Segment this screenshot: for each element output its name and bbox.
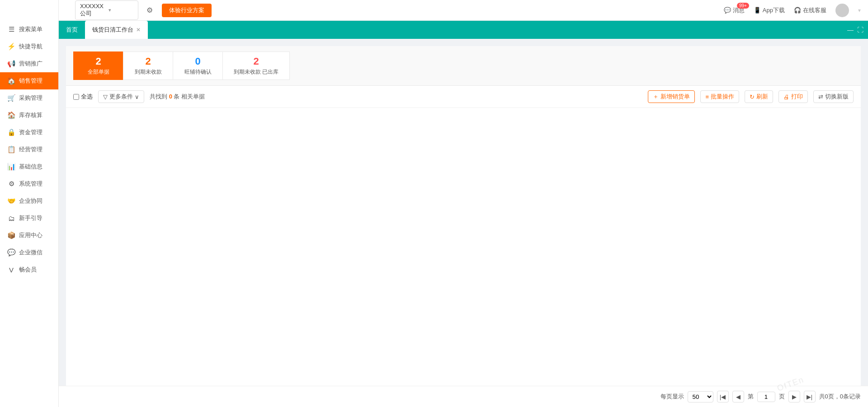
- prev-page-button[interactable]: ◀: [732, 391, 744, 402]
- stat-tab-wangwang[interactable]: 0 旺辅待确认: [173, 51, 222, 80]
- sidebar-item-guide[interactable]: 🗂 新手引导: [0, 210, 58, 227]
- trial-button[interactable]: 体验行业方案: [162, 4, 212, 17]
- sidebar-label: 资金管理: [19, 128, 42, 136]
- sidebar-item-app-center[interactable]: 📦 应用中心: [0, 227, 58, 244]
- minimize-icon[interactable]: —: [847, 26, 854, 33]
- refresh-icon: ↻: [750, 94, 755, 100]
- guide-icon: 🗂: [7, 215, 15, 222]
- add-sale-button[interactable]: ＋ 新增销货单: [648, 90, 695, 103]
- sidebar-item-cooperation[interactable]: 🤝 企业协同: [0, 192, 58, 210]
- main-content: 2 全部单据 2 到期未收款 0 旺辅待确认 2 到期未收款 已出库 全选: [59, 39, 868, 407]
- sidebar-item-marketing[interactable]: 📢 营销推广: [0, 55, 58, 72]
- nav-tabs: 首页 钱货日清工作台 ✕ — ⛶: [59, 21, 868, 39]
- settings-icon[interactable]: ⚙: [143, 4, 156, 17]
- next-page-button[interactable]: ▶: [788, 391, 800, 402]
- toolbar-left: 全选 ▽ 更多条件 ∨ 共找到 0 条 相关单据: [73, 90, 642, 103]
- sidebar-label: 系统管理: [19, 180, 42, 188]
- app-download-label: App下载: [763, 6, 785, 14]
- last-page-button[interactable]: ▶|: [804, 391, 816, 402]
- filter-button[interactable]: ▽ 更多条件 ∨: [98, 90, 144, 103]
- stat-overdue-label: 到期未收款: [135, 68, 162, 76]
- purchase-icon: 🛒: [7, 94, 15, 102]
- sidebar-label: 搜索菜单: [19, 25, 42, 33]
- sidebar-item-purchase[interactable]: 🛒 采购管理: [0, 89, 58, 107]
- page-size-label: 每页显示: [660, 393, 684, 401]
- nav-tab-actions: — ⛶: [847, 26, 868, 33]
- first-page-button[interactable]: |◀: [717, 391, 729, 402]
- sidebar-item-sales[interactable]: 🏠 销售管理: [0, 72, 58, 89]
- sidebar-label: 经营管理: [19, 145, 42, 154]
- close-tab-icon[interactable]: ✕: [136, 27, 141, 33]
- expand-icon[interactable]: ⛶: [857, 26, 863, 33]
- sidebar-item-weixin[interactable]: 💬 企业微信: [0, 244, 58, 261]
- sidebar-item-system[interactable]: ⚙ 系统管理: [0, 175, 58, 192]
- sidebar-label: 基础信息: [19, 163, 42, 171]
- topbar: 6 畅捷通好生意 标准版 XXXXXX公司 ▾ ⚙ 体验行业方案 💬 消息 99…: [0, 0, 868, 21]
- sidebar-label: 库存核算: [19, 111, 42, 119]
- stat-all-num: 2: [95, 56, 101, 67]
- avatar[interactable]: [835, 4, 849, 17]
- page-size-select[interactable]: 50 100 200: [688, 391, 713, 402]
- service-icon: 🎧: [794, 7, 801, 14]
- message-btn[interactable]: 💬 消息 99+: [724, 6, 745, 14]
- select-all-checkbox[interactable]: 全选: [73, 93, 93, 101]
- print-label: 打印: [791, 93, 803, 101]
- topbar-right: 💬 消息 99+ 📱 App下载 🎧 在线客服 ▾: [724, 4, 861, 17]
- sidebar: ☰ 搜索菜单 ⚡ 快捷导航 📢 营销推广 🏠 销售管理 🛒 采购管理 🏠 库存核…: [0, 0, 59, 407]
- chevron-down-icon: ▾: [108, 7, 133, 13]
- content-area: 2 全部单据 2 到期未收款 0 旺辅待确认 2 到期未收款 已出库 全选: [66, 46, 861, 399]
- stat-wangwang-num: 0: [195, 56, 200, 67]
- sidebar-label: 新手引导: [19, 214, 42, 222]
- sidebar-item-operations[interactable]: 📋 经营管理: [0, 141, 58, 158]
- stat-tab-overdue-shipped[interactable]: 2 到期未收款 已出库: [222, 51, 290, 80]
- chevron-down-icon: ∨: [135, 94, 139, 100]
- search-icon: ☰: [7, 25, 15, 33]
- stat-tabs: 2 全部单据 2 到期未收款 0 旺辅待确认 2 到期未收款 已出库: [66, 46, 861, 86]
- select-all-input[interactable]: [73, 94, 79, 100]
- tab-workbench-label: 钱货日清工作台: [92, 26, 133, 34]
- sidebar-item-finance[interactable]: 🔒 资金管理: [0, 124, 58, 141]
- batch-button[interactable]: ≡ 批量操作: [700, 90, 739, 103]
- sidebar-item-quick-nav[interactable]: ⚡ 快捷导航: [0, 38, 58, 55]
- company-name: XXXXXX公司: [80, 3, 105, 18]
- sidebar-item-inventory[interactable]: 🏠 库存核算: [0, 107, 58, 124]
- weixin-icon: 💬: [7, 248, 15, 257]
- message-icon: 💬: [724, 7, 731, 14]
- sidebar-label: 企业微信: [19, 248, 42, 257]
- sidebar-item-search-menu[interactable]: ☰ 搜索菜单: [0, 21, 58, 38]
- tab-home[interactable]: 首页: [59, 21, 85, 39]
- sidebar-label: 企业协同: [19, 197, 42, 205]
- sidebar-label: 快捷导航: [19, 42, 42, 51]
- select-all-label: 全选: [81, 93, 93, 101]
- operations-icon: 📋: [7, 145, 15, 154]
- filter-label: 更多条件: [109, 93, 133, 101]
- app-download-btn[interactable]: 📱 App下载: [754, 6, 785, 14]
- pagination: 每页显示 50 100 200 |◀ ◀ 第 页 ▶ ▶| 共0页，0条记录: [59, 386, 868, 407]
- download-icon: 📱: [754, 7, 761, 14]
- switch-new-button[interactable]: ⇄ 切换新版: [813, 90, 854, 103]
- stat-overdue-shipped-label: 到期未收款 已出库: [234, 68, 278, 76]
- print-button[interactable]: 🖨 打印: [778, 90, 808, 103]
- add-icon: ＋: [653, 93, 659, 101]
- add-sale-label: 新增销货单: [660, 93, 690, 101]
- home-icon: 🏠: [7, 77, 15, 85]
- tab-home-label: 首页: [66, 26, 78, 34]
- online-service-btn[interactable]: 🎧 在线客服: [794, 6, 826, 14]
- tab-workbench[interactable]: 钱货日清工作台 ✕: [85, 21, 148, 39]
- user-name[interactable]: ▾: [858, 7, 861, 14]
- page-input[interactable]: [757, 392, 775, 402]
- refresh-button[interactable]: ↻ 刷新: [745, 90, 773, 103]
- sidebar-item-member[interactable]: V 畅会员: [0, 261, 58, 278]
- toolbar-right: ＋ 新增销货单 ≡ 批量操作 ↻ 刷新 🖨 打印 ⇄ 切换新版: [648, 90, 854, 103]
- company-selector[interactable]: XXXXXX公司 ▾: [75, 0, 138, 20]
- sidebar-item-basic-info[interactable]: 📊 基础信息: [0, 158, 58, 175]
- stat-tab-overdue[interactable]: 2 到期未收款: [123, 51, 173, 80]
- stat-wangwang-label: 旺辅待确认: [184, 68, 212, 76]
- stat-tab-all[interactable]: 2 全部单据: [73, 51, 123, 80]
- batch-label: 批量操作: [711, 93, 734, 101]
- print-icon: 🖨: [783, 94, 789, 100]
- found-text: 共找到 0 条 相关单据: [150, 93, 205, 101]
- total-text: 共0页，0条记录: [819, 393, 861, 401]
- lightning-icon: ⚡: [7, 42, 15, 51]
- switch-icon: ⇄: [818, 94, 823, 100]
